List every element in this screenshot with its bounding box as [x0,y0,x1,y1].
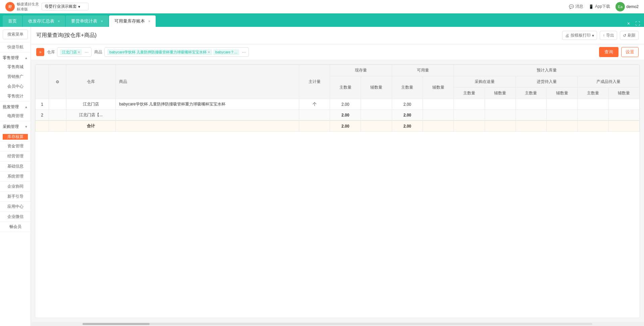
horizontal-scrollbar[interactable] [31,322,644,326]
print-button[interactable]: 🖨 按模板打印 ▾ [562,31,597,40]
export-button[interactable]: ↑ 导出 [600,31,617,40]
sidebar-item-members[interactable]: 会员中心 [0,82,31,91]
app-download-button[interactable]: 📱 App下载 [589,4,610,9]
warehouse-tag-remove[interactable]: × [78,50,80,54]
refresh-icon: ↺ [623,33,626,38]
footer-empty [116,121,299,132]
sidebar-item-system[interactable]: 系统管理 [0,172,31,181]
footer-current-main: 2.00 [330,121,361,132]
sidebar-item-basics[interactable]: 基础信息 [0,161,31,171]
sidebar-section-member: 畅会员 [0,222,31,232]
footer-incoming-main [516,121,546,132]
cell-purchase-transit-aux [485,99,516,110]
cell-purchase-transit-main [454,110,485,121]
logo-area: 好 畅捷通好生意 标准版 [5,2,39,11]
sidebar-section-zero-retail: 零售管理 ▲ 零售商城 营销推广 会员中心 零售统计 [0,52,31,101]
sidebar-item-new-guide[interactable]: 新手引导 [0,192,31,201]
cell-index: 1 [36,99,49,110]
data-table: ⚙ 仓库 商品 主计量 现存量 可用量 预计入库量 主数量 辅数量 主数量 辅数… [35,64,640,132]
industry-select[interactable]: 母婴行业演示账套 ▾ [42,3,89,10]
cell-available-aux [423,99,454,110]
message-button[interactable]: 💬 消息 [569,4,583,9]
sidebar-section-operations: 经营管理 [0,151,31,161]
col-incoming-main: 主数量 [516,88,546,99]
filter-expand-button[interactable]: » [36,48,44,56]
cell-available-main: 2.00 [392,110,423,121]
sidebar-item-marketing[interactable]: 营销推广 [0,72,31,82]
sidebar-item-retail-stats[interactable]: 零售统计 [0,91,31,101]
tab-receive-summary[interactable]: 收发存汇总表 × [23,15,65,27]
chevron-down-icon: ▾ [592,33,594,38]
scrollbar-thumb[interactable] [83,323,150,325]
col-purchase-transit-aux: 辅数量 [485,88,516,99]
sidebar-section-wholesale: 批发管理 ▲ 电商管理 [0,101,31,121]
sidebar-section-header-zero-retail[interactable]: 零售管理 ▲ [0,52,31,62]
sidebar-item-ecommerce[interactable]: 电商管理 [0,111,31,121]
sidebar-search-area: 搜索菜单 [0,27,31,42]
sidebar-section-header-wholesale[interactable]: 批发管理 ▲ [0,101,31,111]
sidebar-section-header-purchase[interactable]: 采购管理 ▼ [0,121,31,131]
product-tag-1-remove[interactable]: × [208,50,210,54]
product-filter-more[interactable]: ··· [242,49,246,55]
cell-current-aux [361,110,392,121]
warehouse-filter-more[interactable]: ··· [85,49,89,55]
footer-empty [299,121,330,132]
search-menu-button[interactable]: 搜索菜单 [3,30,28,39]
cell-warehouse: 江北门店【... [66,110,115,121]
sidebar-item-quick-nav[interactable]: 快捷导航 [0,42,31,52]
product-filter-input[interactable]: babycare学饮杯 儿童防摔防撞吸管杯重力球吸嘴杯宝宝水杯 × babyca… [104,47,249,57]
app-icon: 📱 [589,4,594,9]
cell-product-pending-main [578,99,608,110]
cell-settings [49,99,66,110]
cell-product-pending-main [578,110,608,121]
refresh-button[interactable]: ↺ 刷新 [620,31,639,40]
col-settings[interactable]: ⚙ [49,65,66,99]
sidebar-item-inventory[interactable]: 库存核算 [3,134,28,140]
footer-available-aux [423,121,454,132]
chevron-icon: ▲ [24,56,28,60]
cell-available-main: 2.00 [392,99,423,110]
cell-main-unit [299,110,330,121]
filter-bar: » 仓库 江北门店 × ··· 商品 babycare学饮杯 儿童防摔防撞吸管杯… [31,44,644,60]
col-incoming-group: 进货待入量 [516,76,578,88]
warehouse-filter-input[interactable]: 江北门店 × ··· [57,47,92,57]
sidebar-item-finance[interactable]: 资金管理 [0,141,31,151]
close-all-tabs-button[interactable]: × [626,20,631,27]
cell-incoming-main [516,110,546,121]
col-purchase-transit-group: 采购在途量 [454,76,516,88]
footer-current-aux [361,121,392,132]
close-tab-receive-summary[interactable]: × [58,19,60,23]
sidebar-section-inventory: 库存核算 [0,131,31,141]
product-tag-1: babycare学饮杯 儿童防摔防撞吸管杯重力球吸嘴杯宝宝水杯 × [107,49,212,55]
footer-empty [36,121,49,132]
settings-button[interactable]: 设置 [621,47,639,57]
user-area[interactable]: Ea demo2 [615,2,639,11]
sidebar-item-operations[interactable]: 经营管理 [0,151,31,161]
query-button[interactable]: 查询 [599,47,619,57]
tab-home[interactable]: 首页 [3,15,22,27]
col-warehouse: 仓库 [66,65,115,99]
tab-order-stats[interactable]: 要货单统计表 × [66,15,108,27]
sidebar-section-header-inventory[interactable]: 库存核算 [0,131,31,141]
close-tab-available-inventory[interactable]: × [148,19,150,23]
sidebar-item-wecom[interactable]: 企业微信 [0,212,31,222]
sidebar-item-retail-mall[interactable]: 零售商城 [0,62,31,72]
cell-settings [49,110,66,121]
maximize-button[interactable]: ⛶ [634,20,641,27]
product-filter-group: 商品 babycare学饮杯 儿童防摔防撞吸管杯重力球吸嘴杯宝宝水杯 × bab… [94,47,249,57]
sidebar-item-app-center[interactable]: 应用中心 [0,202,31,212]
footer-label: 合计 [66,121,115,132]
sidebar-item-enterprise[interactable]: 企业协同 [0,182,31,191]
close-tab-order-stats[interactable]: × [101,19,103,23]
print-icon: 🖨 [565,33,569,38]
warehouse-filter-group: 仓库 江北门店 × ··· [47,47,92,57]
top-bar-left: 好 畅捷通好生意 标准版 母婴行业演示账套 ▾ [5,2,89,11]
top-bar: 好 畅捷通好生意 标准版 母婴行业演示账套 ▾ 💬 消息 📱 App下载 Ea … [0,0,644,13]
cell-purchase-transit-main [454,99,485,110]
tab-available-inventory[interactable]: 可用量库存账本 × [109,15,156,27]
col-incoming-aux: 辅数量 [547,88,578,99]
cell-purchase-transit-aux [485,110,516,121]
cell-available-aux [423,110,454,121]
sidebar-item-member[interactable]: 畅会员 [0,222,31,232]
footer-incoming-aux [547,121,578,132]
